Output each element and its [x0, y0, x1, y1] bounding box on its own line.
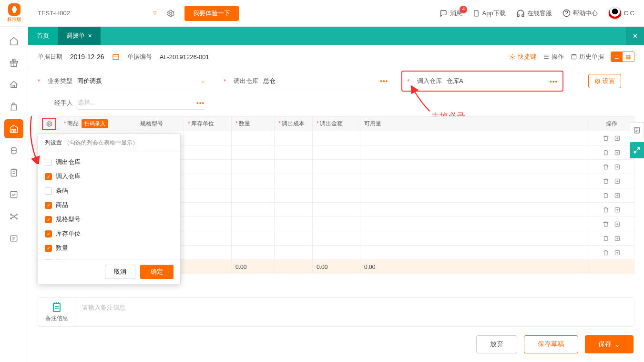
- close-all-tabs[interactable]: ✕: [626, 27, 644, 45]
- history-link[interactable]: 历史单据: [571, 52, 604, 61]
- date-value[interactable]: 2019-12-26: [70, 53, 104, 61]
- settings-button[interactable]: 设置: [588, 74, 621, 88]
- sidebar-bag-icon[interactable]: [4, 97, 23, 116]
- view-toggle[interactable]: ☰ ▦: [611, 52, 634, 62]
- float-right-buttons: [630, 122, 644, 158]
- insert-icon[interactable]: [614, 221, 621, 228]
- app-download-link[interactable]: App下载: [473, 9, 505, 18]
- col-ops: 操作: [589, 117, 634, 131]
- out-warehouse-field[interactable]: * 调出仓库 总仓 •••: [224, 74, 407, 88]
- save-button[interactable]: 保存 ⌄: [585, 335, 634, 353]
- user-profile[interactable]: C C: [608, 7, 634, 20]
- col-product: *商品扫码录入: [60, 117, 136, 131]
- delete-icon[interactable]: [603, 221, 609, 228]
- float-expand-icon[interactable]: [630, 142, 644, 158]
- note-icon: [51, 301, 62, 313]
- insert-icon[interactable]: [614, 164, 621, 170]
- checkbox-icon[interactable]: [45, 159, 52, 166]
- column-option[interactable]: ✓库存单位: [38, 227, 180, 241]
- gear-icon[interactable]: [166, 9, 175, 18]
- tab-transfer-order[interactable]: 调拨单 ✕: [58, 27, 101, 45]
- user-name: C C: [624, 10, 634, 17]
- tab-home[interactable]: 首页: [28, 27, 58, 45]
- column-option[interactable]: ✓商品: [38, 198, 180, 212]
- store-name: TEST-H002: [38, 10, 70, 17]
- list-view-icon[interactable]: ☰: [611, 52, 623, 62]
- save-draft-button[interactable]: 保存草稿: [524, 335, 578, 353]
- sidebar-report-icon[interactable]: [4, 185, 23, 204]
- delete-icon[interactable]: [603, 235, 609, 242]
- checkbox-icon[interactable]: ✓: [45, 230, 52, 238]
- logo-text: 标准版: [7, 16, 21, 23]
- insert-icon[interactable]: [614, 235, 621, 242]
- delete-icon[interactable]: [603, 178, 609, 185]
- avatar-icon: [608, 7, 622, 20]
- column-option-label: 规格型号: [56, 215, 81, 224]
- delete-icon[interactable]: [603, 149, 609, 156]
- cancel-button[interactable]: 取消: [105, 265, 135, 279]
- delete-icon[interactable]: [603, 164, 609, 170]
- float-notes-icon[interactable]: [630, 122, 644, 138]
- svg-point-10: [10, 214, 12, 216]
- more-icon[interactable]: •••: [380, 77, 388, 84]
- insert-icon[interactable]: [614, 135, 621, 142]
- logo[interactable]: 标准版: [0, 3, 28, 23]
- column-option[interactable]: 调出仓库: [38, 155, 180, 169]
- delete-icon[interactable]: [603, 192, 609, 199]
- column-option[interactable]: ✓调入仓库: [38, 169, 180, 184]
- biz-type-field[interactable]: * 业务类型 同价调拨 ⌄: [38, 74, 224, 88]
- online-service-link[interactable]: 在线客服: [516, 9, 552, 18]
- delete-icon[interactable]: [603, 249, 609, 256]
- in-warehouse-field[interactable]: * 调入仓库 仓库A ••• 去掉必录: [407, 74, 588, 88]
- column-option-label: 商品: [56, 201, 68, 209]
- checkbox-icon[interactable]: [45, 187, 52, 195]
- delete-icon[interactable]: [603, 207, 609, 213]
- operate-link[interactable]: 操作: [543, 52, 564, 61]
- column-option[interactable]: 条码: [38, 184, 180, 198]
- svg-point-9: [13, 216, 14, 217]
- more-icon[interactable]: •••: [196, 99, 204, 106]
- close-icon[interactable]: ✕: [88, 33, 92, 39]
- checkbox-icon[interactable]: ✓: [45, 202, 52, 209]
- remark-area: 备注信息 请输入备注信息: [38, 297, 634, 327]
- sidebar-gift-icon[interactable]: [4, 53, 23, 72]
- confirm-button[interactable]: 确定: [140, 265, 174, 279]
- delete-icon[interactable]: [603, 135, 609, 142]
- column-settings-header[interactable]: [38, 117, 60, 131]
- trial-button[interactable]: 我要体验一下: [184, 6, 239, 21]
- insert-icon[interactable]: [614, 178, 621, 185]
- insert-icon[interactable]: [614, 149, 621, 156]
- sidebar-warehouse-icon[interactable]: [4, 119, 23, 138]
- grid-view-icon[interactable]: ▦: [623, 52, 634, 62]
- header-right: 消息 4 App下载 在线客服 帮助中心 C C: [439, 7, 634, 20]
- sidebar-home-icon[interactable]: [4, 31, 23, 51]
- checkbox-icon[interactable]: ✓: [45, 173, 52, 180]
- shortcut-link[interactable]: 快捷键: [509, 52, 536, 61]
- handler-field[interactable]: 经手人 选择... •••: [38, 96, 224, 110]
- checkbox-icon[interactable]: [45, 259, 52, 260]
- messages-link[interactable]: 消息 4: [439, 9, 462, 18]
- column-option[interactable]: ✓规格型号: [38, 212, 180, 227]
- insert-icon[interactable]: [614, 249, 621, 256]
- insert-icon[interactable]: [614, 207, 621, 213]
- help-center-link[interactable]: 帮助中心: [562, 9, 598, 18]
- scan-entry-button[interactable]: 扫码录入: [82, 119, 108, 128]
- store-selector[interactable]: TEST-H002 ▽: [38, 6, 157, 21]
- column-option[interactable]: 单位2: [38, 255, 180, 259]
- more-icon[interactable]: •••: [550, 78, 558, 85]
- sidebar-tag-icon[interactable]: [4, 75, 23, 94]
- insert-icon[interactable]: [614, 192, 621, 199]
- sidebar-new-icon[interactable]: 新: [4, 229, 23, 248]
- sidebar-clip-icon[interactable]: [4, 163, 23, 182]
- svg-rect-8: [10, 191, 17, 197]
- checkbox-icon[interactable]: ✓: [45, 245, 52, 252]
- remark-input[interactable]: 请输入备注信息: [75, 298, 634, 326]
- checkbox-icon[interactable]: ✓: [45, 216, 52, 223]
- column-option[interactable]: ✓数量: [38, 241, 180, 255]
- sidebar-money-icon[interactable]: [4, 141, 23, 160]
- discard-button[interactable]: 放弃: [476, 335, 517, 353]
- sidebar-network-icon[interactable]: [4, 207, 23, 226]
- col-spec: 规格型号: [136, 117, 184, 131]
- left-sidebar: 新: [0, 27, 28, 362]
- calendar-icon[interactable]: [112, 53, 120, 61]
